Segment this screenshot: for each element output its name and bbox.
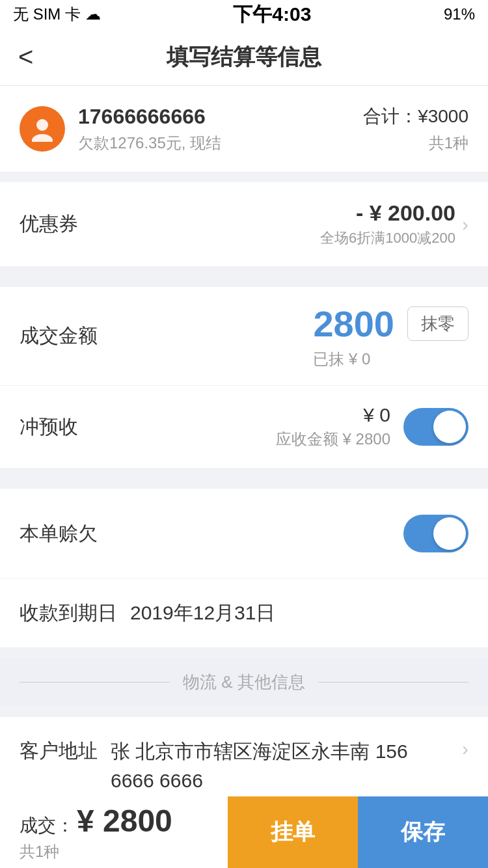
coupon-info: - ¥ 200.00 全场6折满1000减200 — [320, 200, 455, 248]
bottom-actions: 挂单 保存 — [228, 796, 488, 868]
save-button[interactable]: 保存 — [358, 796, 488, 868]
deposit-right: ¥ 0 应收金额 ¥ 2800 — [276, 404, 468, 450]
divider-line-left — [20, 682, 170, 683]
deposit-amount: ¥ 0 — [276, 404, 390, 426]
divider-text: 物流 & 其他信息 — [183, 671, 305, 694]
status-bar-time: 下午4:03 — [233, 1, 311, 28]
battery-icon: 91% — [444, 5, 475, 23]
total-count: 共1种 — [363, 133, 468, 154]
status-bar-right: 91% — [444, 5, 475, 23]
bottom-info: 成交： ¥ 2800 共1种 — [0, 803, 228, 862]
coupon-discount: - ¥ 200.00 — [320, 200, 455, 226]
deposit-label: 冲预收 — [20, 414, 78, 441]
deposit-amount-wrap: ¥ 0 应收金额 ¥ 2800 — [276, 404, 390, 450]
due-date-row: 收款到期日 2019年12月31日 — [0, 578, 488, 647]
status-bar: 无 SIM 卡 ☁ 下午4:03 91% — [0, 0, 488, 29]
section-gap-1 — [0, 277, 488, 287]
bottom-count: 共1种 — [20, 841, 208, 862]
svg-point-0 — [36, 119, 48, 131]
back-button[interactable]: < — [18, 42, 33, 72]
round-button[interactable]: 抹零 — [407, 306, 468, 341]
user-phone: 17666666666 — [78, 105, 221, 129]
address-label: 客户地址 — [20, 738, 98, 765]
deal-row: 成交金额 2800 抹零 已抹 ¥ 0 — [0, 287, 488, 385]
deal-label: 成交金额 — [20, 323, 98, 349]
bottom-deal-label: 成交： — [20, 813, 74, 838]
nav-bar: < 填写结算等信息 — [0, 29, 488, 86]
svg-point-1 — [32, 134, 53, 142]
user-debt: 欠款1276.35元, 现结 — [78, 133, 221, 154]
user-info: 17666666666 欠款1276.35元, 现结 — [20, 105, 221, 154]
address-chevron-icon: › — [462, 738, 468, 760]
deal-amount: 2800 — [313, 303, 394, 345]
total-label: 合计：¥3000 — [363, 104, 468, 129]
deal-sub: 已抹 ¥ 0 — [313, 349, 468, 370]
arrears-row: 本单赊欠 — [0, 489, 488, 578]
divider-section: 物流 & 其他信息 — [0, 658, 488, 707]
due-date-label: 收款到期日 — [20, 600, 117, 627]
section-gap-2 — [0, 468, 488, 478]
divider-line-right — [318, 682, 468, 683]
chevron-right-icon: › — [462, 213, 468, 236]
bottom-bar: 成交： ¥ 2800 共1种 挂单 保存 — [0, 796, 488, 868]
network-status: 无 SIM 卡 ☁ — [13, 4, 101, 25]
user-total: 合计：¥3000 共1种 — [363, 104, 468, 154]
arrears-toggle[interactable] — [403, 515, 468, 552]
coupon-desc: 全场6折满1000减200 — [320, 228, 455, 248]
coupon-right: - ¥ 200.00 全场6折满1000减200 › — [320, 200, 468, 248]
hang-button[interactable]: 挂单 — [228, 796, 358, 868]
due-date-value: 2019年12月31日 — [130, 600, 275, 627]
page-title: 填写结算等信息 — [167, 42, 321, 72]
user-details: 17666666666 欠款1276.35元, 现结 — [78, 105, 221, 154]
bottom-deal-amount: ¥ 2800 — [77, 803, 172, 839]
coupon-row[interactable]: 优惠券 - ¥ 200.00 全场6折满1000减200 › — [0, 182, 488, 266]
arrears-section: 本单赊欠 收款到期日 2019年12月31日 — [0, 489, 488, 647]
coupon-label: 优惠券 — [20, 211, 78, 237]
address-value: 张 北京市市辖区海淀区永丰南 156 6666 6666 — [111, 737, 455, 795]
deposit-toggle[interactable] — [403, 408, 468, 446]
deposit-row: 冲预收 ¥ 0 应收金额 ¥ 2800 — [0, 385, 488, 468]
user-card: 17666666666 欠款1276.35元, 现结 合计：¥3000 共1种 — [0, 86, 488, 172]
bottom-deal-row: 成交： ¥ 2800 — [20, 803, 208, 839]
deal-amount-wrap: 2800 抹零 — [313, 303, 468, 345]
main-content: 17666666666 欠款1276.35元, 现结 合计：¥3000 共1种 … — [0, 86, 488, 868]
status-bar-left: 无 SIM 卡 ☁ — [13, 4, 101, 25]
avatar — [20, 106, 65, 152]
deal-right: 2800 抹零 已抹 ¥ 0 — [313, 303, 468, 370]
deposit-sub: 应收金额 ¥ 2800 — [276, 429, 390, 450]
arrears-label: 本单赊欠 — [20, 521, 98, 547]
